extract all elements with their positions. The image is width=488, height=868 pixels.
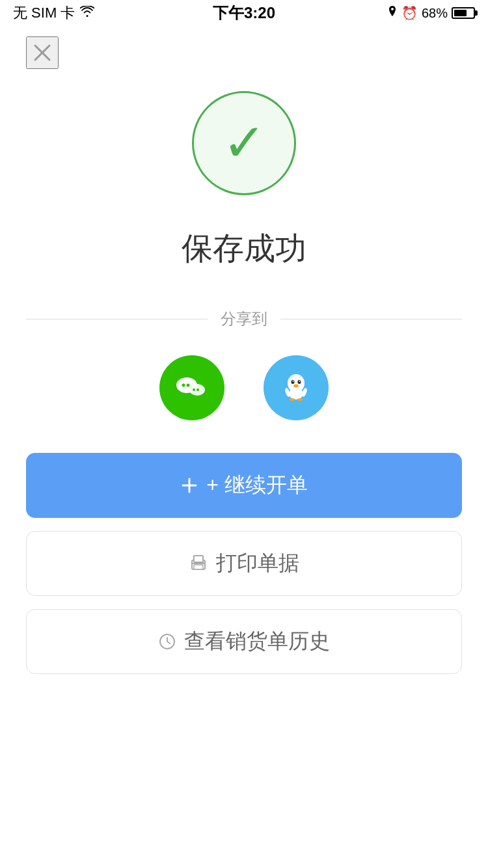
history-label: 查看销货单历史 — [184, 627, 330, 656]
sim-label: 无 SIM 卡 — [13, 3, 75, 23]
main-content: ✓ 保存成功 分享到 — [0, 26, 488, 674]
svg-point-6 — [193, 388, 195, 391]
svg-point-11 — [293, 381, 294, 382]
success-icon-circle: ✓ — [192, 91, 296, 195]
wechat-icon — [172, 368, 211, 407]
status-time: 下午3:20 — [213, 3, 275, 23]
svg-point-16 — [297, 398, 303, 401]
plus-icon — [180, 476, 198, 495]
success-title: 保存成功 — [182, 228, 306, 269]
svg-point-4 — [187, 384, 190, 387]
status-right: ⏰ 68% — [387, 5, 475, 21]
action-buttons: + 继续开单 打印单据 查看销货单历史 — [0, 453, 488, 674]
qq-share-button[interactable] — [264, 355, 329, 420]
history-icon — [158, 632, 176, 651]
battery-container — [452, 7, 475, 19]
print-icon — [189, 554, 208, 573]
close-button[interactable] — [26, 36, 59, 69]
share-icons — [26, 355, 462, 420]
print-button[interactable]: 打印单据 — [26, 531, 462, 596]
print-label: 打印单据 — [216, 549, 299, 578]
status-bar: 无 SIM 卡 下午3:20 ⏰ 68% — [0, 0, 488, 26]
history-button[interactable]: 查看销货单历史 — [26, 609, 462, 674]
wifi-icon — [80, 5, 94, 21]
continue-button[interactable]: + 继续开单 — [26, 453, 462, 518]
qq-icon — [277, 369, 315, 407]
svg-point-14 — [289, 388, 303, 400]
svg-point-25 — [202, 562, 204, 564]
status-left: 无 SIM 卡 — [13, 3, 94, 23]
share-label: 分享到 — [221, 308, 267, 329]
svg-point-15 — [290, 398, 295, 401]
share-divider: 分享到 — [26, 308, 462, 329]
svg-rect-23 — [194, 565, 203, 569]
wechat-share-button[interactable] — [159, 355, 224, 420]
svg-point-13 — [293, 385, 299, 388]
svg-point-3 — [182, 384, 185, 387]
checkmark-icon: ✓ — [223, 117, 266, 169]
continue-label: + 继续开单 — [206, 471, 308, 500]
location-icon — [387, 6, 398, 21]
battery-percent: 68% — [422, 6, 448, 21]
svg-point-10 — [298, 380, 301, 384]
svg-point-9 — [291, 380, 295, 384]
svg-point-7 — [197, 388, 199, 391]
alarm-icon: ⏰ — [401, 5, 418, 21]
svg-rect-22 — [194, 556, 203, 562]
share-section: 分享到 — [0, 308, 488, 420]
svg-point-12 — [299, 381, 301, 382]
